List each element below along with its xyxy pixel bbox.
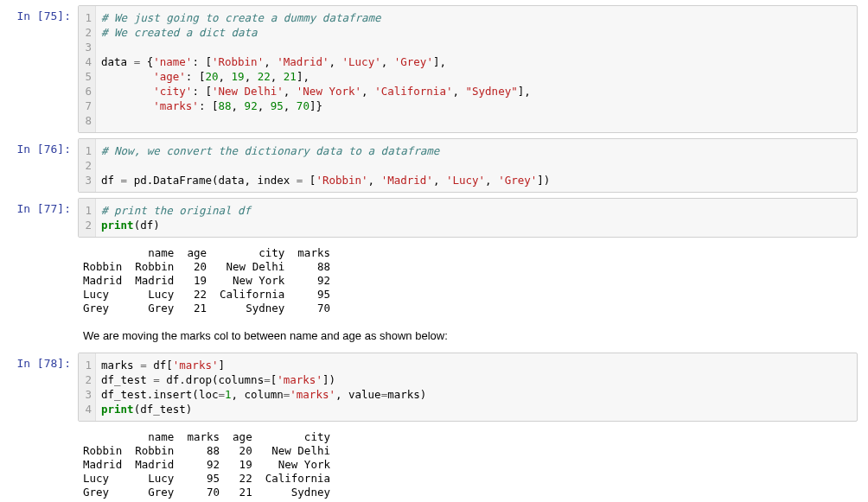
input-prompt: In [75]:: [10, 5, 78, 22]
stdout: name age city marks Robbin Robbin 20 New…: [78, 243, 858, 319]
code-cell: In [75]:1 2 3 4 5 6 7 8# We just going t…: [10, 5, 858, 133]
line-gutter: 1 2 3 4: [79, 353, 96, 421]
prompt-empty: .: [10, 427, 78, 444]
prompt-empty: .: [10, 243, 78, 260]
output-cell: . name age city marks Robbin Robbin 20 N…: [10, 243, 858, 319]
notebook: In [75]:1 2 3 4 5 6 7 8# We just going t…: [10, 5, 858, 502]
markdown-text: We are moving the marks col to between n…: [78, 324, 858, 347]
code-cell: In [77]:1 2# print the original df print…: [10, 198, 858, 238]
code-input[interactable]: 1 2# print the original df print(df): [78, 198, 858, 238]
code-text[interactable]: # We just going to create a dummy datafr…: [96, 6, 857, 132]
code-text[interactable]: # print the original df print(df): [96, 199, 857, 237]
input-prompt: In [78]:: [10, 353, 78, 370]
output-cell: . name marks age city Robbin Robbin 88 2…: [10, 427, 858, 502]
code-text[interactable]: marks = df['marks'] df_test = df.drop(co…: [96, 353, 857, 421]
line-gutter: 1 2: [79, 199, 96, 237]
code-text[interactable]: # Now, we convert the dictionary data to…: [96, 139, 857, 192]
markdown-cell: .We are moving the marks col to between …: [10, 324, 858, 347]
code-input[interactable]: 1 2 3# Now, we convert the dictionary da…: [78, 138, 858, 193]
input-prompt: In [76]:: [10, 138, 78, 156]
code-input[interactable]: 1 2 3 4marks = df['marks'] df_test = df.…: [78, 353, 858, 422]
code-input[interactable]: 1 2 3 4 5 6 7 8# We just going to create…: [78, 5, 858, 133]
line-gutter: 1 2 3: [79, 139, 96, 192]
input-prompt: In [77]:: [10, 198, 78, 215]
code-cell: In [76]:1 2 3# Now, we convert the dicti…: [10, 138, 858, 193]
code-cell: In [78]:1 2 3 4marks = df['marks'] df_te…: [10, 353, 858, 422]
prompt-empty: .: [10, 324, 78, 341]
stdout: name marks age city Robbin Robbin 88 20 …: [78, 427, 858, 502]
line-gutter: 1 2 3 4 5 6 7 8: [79, 6, 96, 132]
